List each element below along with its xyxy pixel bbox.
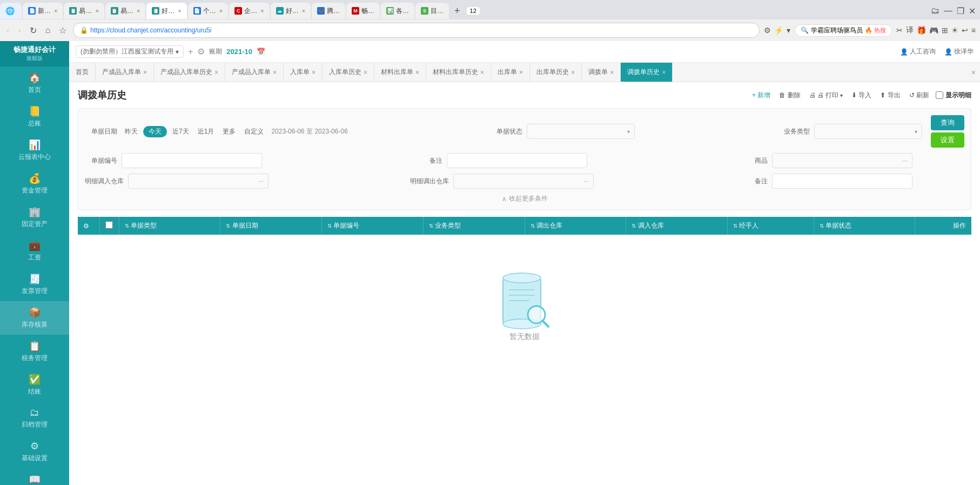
tab-close-out-history[interactable]: × — [571, 69, 575, 76]
tab-material-out-history[interactable]: 材料出库单历史 × — [426, 63, 491, 82]
date-btn-yesterday[interactable]: 昨天 — [122, 126, 141, 137]
collapse-button[interactable]: ∧ 收起更多条件 — [85, 194, 964, 203]
select-all-checkbox[interactable] — [105, 221, 113, 229]
bookmark-button[interactable]: ☆ — [57, 24, 69, 37]
import-button[interactable]: ⬇ 导入 — [849, 90, 874, 101]
window-icon[interactable]: — — [944, 6, 952, 16]
url-bar[interactable]: 🔒 https://cloud.chanjet.com/accounting/u… — [73, 23, 759, 38]
menu-icon[interactable]: ≡ — [971, 26, 976, 35]
tab-close-product-in[interactable]: × — [143, 69, 147, 76]
tab-transfer-history[interactable]: 调拨单历史 × — [621, 63, 673, 82]
tab-in-history[interactable]: 入库单历史 × — [323, 63, 374, 82]
browser-tab-3[interactable]: 📋 易… × — [105, 3, 145, 19]
refresh-button[interactable]: ↻ — [28, 24, 39, 37]
sidebar-item-archive[interactable]: 🗂 归档管理 — [0, 402, 69, 435]
tab-transfer[interactable]: 调拨单 × — [582, 63, 621, 82]
tab-close-out-order[interactable]: × — [519, 69, 523, 76]
tab-close-product-in-history[interactable]: × — [214, 69, 218, 76]
new-tab-button[interactable]: + — [450, 5, 465, 17]
tab-close-material-out[interactable]: × — [415, 69, 419, 76]
th-checkbox[interactable] — [99, 217, 119, 235]
status-select[interactable]: ▾ — [527, 124, 635, 139]
browser-tab-2[interactable]: 📋 易… × — [64, 3, 104, 19]
search-bar[interactable]: 🔍 学霸应聘场驱鸟员 🔥 热搜 — [795, 24, 892, 37]
tab-in-order[interactable]: 入库单 × — [284, 63, 323, 82]
maximize-icon[interactable]: ❐ — [957, 6, 964, 16]
delete-button[interactable]: 🗑 删除 — [777, 90, 802, 101]
th-doc-status[interactable]: ⇅ 单据状态 — [814, 217, 915, 235]
remark-input[interactable] — [447, 153, 587, 168]
translate-icon[interactable]: 译 — [906, 25, 914, 35]
refresh-button-page[interactable]: ↺ 刷新 — [907, 90, 931, 101]
close-window-icon[interactable]: ✕ — [969, 6, 976, 16]
remark2-input[interactable] — [772, 174, 912, 189]
sidebar-item-funds[interactable]: 💰 资金管理 — [0, 167, 69, 201]
detail-in-ellipsis[interactable]: ··· — [258, 177, 264, 185]
display-toggle[interactable]: 显示明细 — [936, 91, 971, 100]
browser-tab-1[interactable]: 📄 新… × — [23, 3, 63, 19]
detail-out-ellipsis[interactable]: ··· — [583, 177, 589, 185]
detail-out-input[interactable]: ··· — [453, 174, 594, 189]
th-doc-number[interactable]: ⇅ 单据编号 — [322, 217, 424, 235]
browser-tab-4-active[interactable]: 📋 好… × — [146, 3, 186, 19]
query-button[interactable]: 查询 — [931, 115, 964, 130]
goods-ellipsis[interactable]: ··· — [902, 157, 908, 164]
browser-tab-7[interactable]: ☁ 好… × — [271, 3, 311, 19]
tab-close-in-history[interactable]: × — [364, 69, 367, 76]
tab-product-in[interactable]: 产成品入库单 × — [96, 63, 154, 82]
add-company-button[interactable]: + — [188, 47, 193, 57]
tab-close-transfer[interactable]: × — [610, 69, 614, 76]
sidebar-item-guide[interactable]: 📖 新手引导 — [0, 468, 69, 485]
tab-product-in2[interactable]: 产成品入库单 × — [225, 63, 284, 82]
tab-close-material-out-history[interactable]: × — [480, 69, 484, 76]
sidebar-item-wages[interactable]: 💼 工资 — [0, 234, 69, 268]
sidebar-item-reports[interactable]: 📊 云报表中心 — [0, 134, 69, 167]
browser-tab-6[interactable]: C 企… × — [229, 3, 269, 19]
goods-input[interactable]: ··· — [772, 153, 912, 168]
sidebar-item-ledger[interactable]: 📒 总账 — [0, 100, 69, 134]
print-button[interactable]: 🖨 🖨 打印 ▾ — [807, 90, 845, 101]
tab-home[interactable]: 首页 — [69, 63, 96, 82]
browser-tab-9[interactable]: M 畅… — [346, 3, 380, 19]
sidebar-item-basic[interactable]: ⚙ 基础设置 — [0, 435, 69, 468]
user-avatar-btn[interactable]: 👤 徐泽华 — [944, 47, 974, 56]
th-in-warehouse[interactable]: ⇅ 调入仓库 — [626, 217, 728, 235]
settings-gear-icon[interactable]: ⚙ — [197, 46, 205, 57]
print-dropdown-icon[interactable]: ▾ — [840, 92, 843, 98]
th-settings[interactable]: ⚙ — [78, 217, 99, 235]
th-operator[interactable]: ⇅ 经手人 — [728, 217, 814, 235]
th-doc-type[interactable]: ⇅ 单据类型 — [119, 217, 220, 235]
business-type-select[interactable]: ▾ — [814, 124, 922, 139]
undo-icon[interactable]: ↩ — [962, 26, 968, 35]
browser-tab-5[interactable]: 📄 个… × — [188, 3, 228, 19]
doc-number-input[interactable] — [122, 153, 262, 168]
date-btn-more[interactable]: 更多 — [219, 126, 239, 137]
forward-button[interactable]: › — [16, 24, 23, 36]
tab-out-order[interactable]: 出库单 × — [491, 63, 530, 82]
game-icon[interactable]: 🎮 — [929, 26, 938, 35]
dropdown-icon[interactable]: ▾ — [787, 26, 790, 35]
minimize-icon[interactable]: 🗂 — [931, 6, 939, 16]
lightning-icon[interactable]: ⚡ — [774, 26, 783, 35]
close-all-tabs-button[interactable]: × — [967, 68, 980, 77]
th-out-warehouse[interactable]: ⇅ 调出仓库 — [525, 217, 626, 235]
company-selector[interactable]: (勿删勿禁用）江西服宝测试专用 ▾ — [76, 45, 184, 58]
tab-material-out[interactable]: 材料出库单 × — [374, 63, 426, 82]
back-button[interactable]: ‹ — [4, 24, 11, 36]
sidebar-item-settle[interactable]: ✅ 结账 — [0, 368, 69, 402]
grid-icon[interactable]: ⊞ — [942, 26, 948, 35]
tab-close-product-in2[interactable]: × — [273, 69, 277, 76]
date-btn-7days[interactable]: 近7天 — [169, 126, 192, 137]
settings-button[interactable]: 设置 — [931, 132, 964, 148]
extensions-icon[interactable]: ⚙ — [764, 26, 771, 35]
sidebar-item-assets[interactable]: 🏢 固定资产 — [0, 201, 69, 234]
calendar-icon[interactable]: 📅 — [257, 48, 265, 56]
tab-product-in-history[interactable]: 产成品入库单历史 × — [154, 63, 225, 82]
tab-close-in-order[interactable]: × — [312, 69, 316, 76]
th-business-type[interactable]: ⇅ 业务类型 — [423, 217, 525, 235]
browser-tab-8[interactable]: 🦋 腾… — [312, 3, 345, 19]
new-button[interactable]: + 新增 — [750, 90, 773, 101]
tab-close-transfer-history[interactable]: × — [662, 69, 666, 76]
sidebar-item-home[interactable]: 🏠 首页 — [0, 67, 69, 100]
export-button[interactable]: ⬆ 导出 — [878, 90, 902, 101]
